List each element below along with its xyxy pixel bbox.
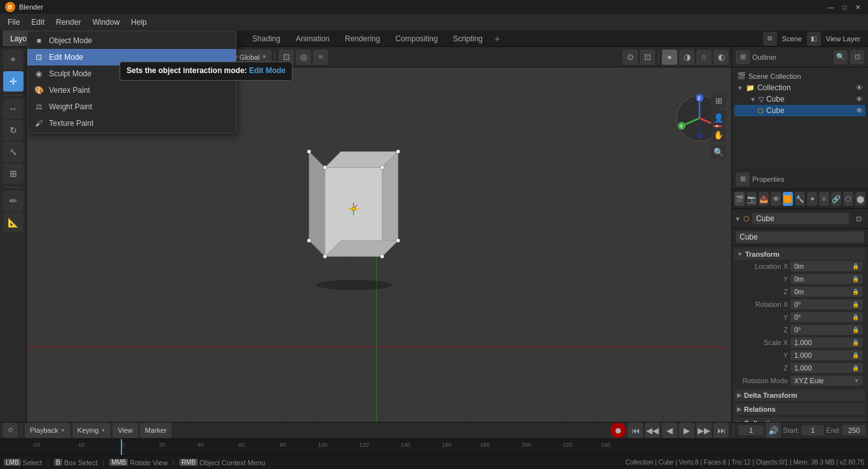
tab-compositing[interactable]: Compositing <box>388 31 446 46</box>
prop-tab-modifier[interactable]: 🔧 <box>795 192 805 206</box>
prop-tab-constraints[interactable]: 🔗 <box>831 192 841 206</box>
rendered-shade-btn[interactable]: ○ <box>696 50 712 65</box>
maximize-button[interactable]: □ <box>840 3 849 11</box>
dropdown-item-vertex-paint[interactable]: 🎨 Vertex Paint <box>27 82 236 99</box>
tool-annotate[interactable]: ✏ <box>3 191 24 211</box>
prop-tab-material[interactable]: ⬤ <box>855 192 865 206</box>
prop-tab-scene[interactable]: 🎬 <box>734 192 745 206</box>
viewport-overlay-btn[interactable]: ⊙ <box>623 50 638 65</box>
outliner-filter-btn[interactable]: ⊡ <box>850 50 864 64</box>
viewport-person-btn[interactable]: 👤 <box>711 110 726 125</box>
end-frame-field[interactable]: 250 <box>843 425 865 435</box>
scale-x-value[interactable]: 1.000 🔒 <box>790 337 863 348</box>
skip-end-btn[interactable]: ⏭ <box>713 423 729 438</box>
tab-scripting[interactable]: Scripting <box>445 31 490 46</box>
scale-z-value[interactable]: 1.000 🔒 <box>790 363 863 373</box>
prop-tab-output[interactable]: 📤 <box>759 192 769 206</box>
play-reverse-btn[interactable]: ◀ <box>662 423 677 438</box>
viewport-hand-btn[interactable]: ✋ <box>711 127 726 142</box>
menu-file[interactable]: File <box>3 17 25 28</box>
location-y-value[interactable]: 0m 🔒 <box>790 274 863 284</box>
window-controls[interactable]: — □ ✕ <box>825 3 863 11</box>
start-frame-field[interactable]: 1 <box>801 425 824 435</box>
prop-tab-view[interactable]: 👁 <box>771 192 781 206</box>
playback-menu-btn[interactable]: Playback ▼ <box>25 423 71 438</box>
eevee-btn[interactable]: ◐ <box>713 50 729 65</box>
rotation-y-lock-icon[interactable]: 🔒 <box>852 314 859 320</box>
cube-tree-parent[interactable]: ▼ ▽ Cube 👁 <box>734 93 865 105</box>
tool-scale[interactable]: ⤡ <box>3 142 24 162</box>
keying-menu-btn[interactable]: Keying ▼ <box>72 423 111 438</box>
timeline-track[interactable]: -20 -10 0 20 40 60 80 100 120 140 160 18… <box>0 439 868 455</box>
prop-tab-particles[interactable]: ✦ <box>807 192 817 206</box>
relations-header[interactable]: ▶ Relations <box>734 404 865 415</box>
proportional-edit-btn[interactable]: ◎ <box>296 50 311 65</box>
tool-mode-btn[interactable]: 👁 <box>3 50 24 70</box>
location-z-lock-icon[interactable]: 🔒 <box>852 289 859 295</box>
tool-measure[interactable]: 📐 <box>3 212 24 233</box>
obj-name-input[interactable]: Cube <box>736 231 864 243</box>
collection-item[interactable]: ▼ 📁 Collection 👁 <box>734 82 865 93</box>
xray-btn[interactable]: ⊡ <box>640 50 655 65</box>
prop-tab-physics[interactable]: ⚛ <box>819 192 829 206</box>
object-name-field[interactable]: Cube <box>752 213 849 224</box>
scale-x-lock-icon[interactable]: 🔒 <box>852 339 859 346</box>
viewport-camera-btn[interactable]: ⊞ <box>711 93 726 108</box>
menu-help[interactable]: Help <box>126 17 152 28</box>
close-button[interactable]: ✕ <box>853 3 863 11</box>
tab-shading[interactable]: Shading <box>245 31 288 46</box>
add-workspace-button[interactable]: + <box>490 32 504 46</box>
delta-transform-header[interactable]: ▶ Delta Transform <box>734 390 865 401</box>
dropdown-item-weight-paint[interactable]: ⚖ Weight Paint <box>27 99 236 115</box>
tool-cursor[interactable]: ✛ <box>3 71 24 92</box>
tool-transform[interactable]: ⊞ <box>3 163 24 184</box>
timeline-view-btn[interactable]: View <box>113 423 138 438</box>
scale-z-lock-icon[interactable]: 🔒 <box>852 365 859 371</box>
snap-icon-btn[interactable]: ≈ <box>313 50 328 65</box>
scene-icon-btn[interactable]: ⚙ <box>763 32 777 46</box>
minimize-button[interactable]: — <box>825 3 836 11</box>
rotation-mode-value[interactable]: XYZ Eule ▼ <box>790 376 863 386</box>
prop-tab-data[interactable]: ⬡ <box>843 192 853 206</box>
outliner-search-btn[interactable]: 🔍 <box>834 50 848 64</box>
prop-tab-object[interactable]: 🟧 <box>783 192 793 206</box>
rotation-y-value[interactable]: 0° 🔒 <box>790 312 863 322</box>
rotation-x-value[interactable]: 0° 🔒 <box>790 299 863 309</box>
scale-y-value[interactable]: 1.000 🔒 <box>790 350 863 360</box>
solid-shade-btn[interactable]: ● <box>662 50 677 65</box>
view-layer-icon-btn[interactable]: ◧ <box>807 32 821 46</box>
collections-header[interactable]: ▶ Collections <box>734 418 865 422</box>
tool-move[interactable]: ↔ <box>3 99 24 119</box>
tool-rotate[interactable]: ↻ <box>3 120 24 140</box>
prop-tab-render[interactable]: 📷 <box>747 192 757 206</box>
menu-window[interactable]: Window <box>87 17 125 28</box>
record-btn[interactable]: ⏺ <box>610 423 626 438</box>
marker-btn[interactable]: Marker <box>140 423 172 438</box>
collection-visibility-icon[interactable]: 👁 <box>856 84 863 92</box>
location-z-value[interactable]: 0m 🔒 <box>790 287 863 297</box>
viewport-zoom-btn[interactable]: 🔍 <box>711 144 726 160</box>
location-y-lock-icon[interactable]: 🔒 <box>852 276 859 282</box>
rotation-z-value[interactable]: 0° 🔒 <box>790 325 863 335</box>
next-frame-btn[interactable]: ▶▶ <box>696 423 712 438</box>
menu-edit[interactable]: Edit <box>26 17 50 28</box>
cube-tree-item[interactable]: ⬡ Cube 👁 <box>734 105 865 116</box>
menu-render[interactable]: Render <box>51 17 86 28</box>
material-shade-btn[interactable]: ◑ <box>679 50 694 65</box>
location-x-lock-icon[interactable]: 🔒 <box>852 263 859 269</box>
cube-visibility-icon[interactable]: 👁 <box>856 95 863 103</box>
tab-rendering[interactable]: Rendering <box>337 31 387 46</box>
playhead[interactable] <box>121 439 122 455</box>
skip-start-btn[interactable]: ⏮ <box>628 423 643 438</box>
transform-header[interactable]: ▼ Transform <box>734 248 865 260</box>
rotation-x-lock-icon[interactable]: 🔒 <box>852 301 859 308</box>
rotation-z-lock-icon[interactable]: 🔒 <box>852 327 859 333</box>
prev-frame-btn[interactable]: ◀◀ <box>645 423 660 438</box>
current-frame-field[interactable]: 1 <box>738 425 764 435</box>
tab-animation[interactable]: Animation <box>288 31 337 46</box>
cube-item-visibility-icon[interactable]: 👁 <box>856 107 863 114</box>
play-btn[interactable]: ▶ <box>679 423 694 438</box>
audio-btn[interactable]: 🔊 <box>766 423 781 438</box>
dropdown-item-texture-paint[interactable]: 🖌 Texture Paint <box>27 115 236 132</box>
location-x-value[interactable]: 0m 🔒 <box>790 261 863 271</box>
